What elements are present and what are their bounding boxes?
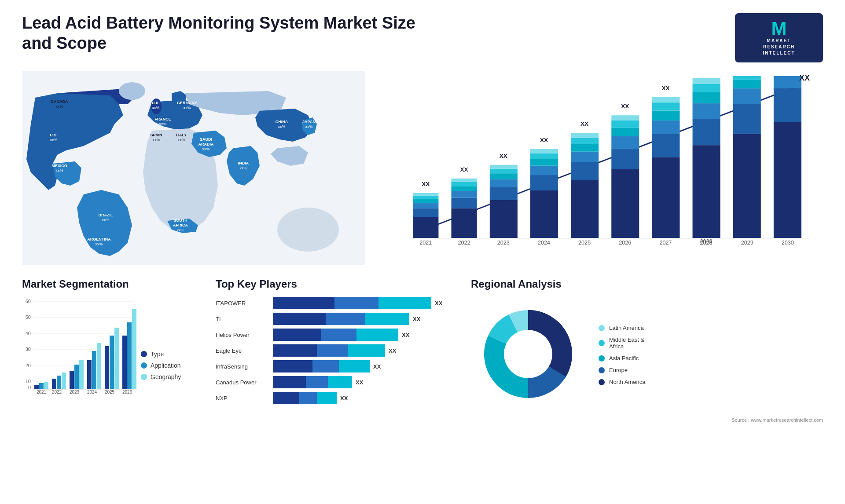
svg-text:CHINA: CHINA [276, 120, 288, 124]
player-row: TI XX [216, 313, 462, 325]
svg-rect-109 [774, 122, 801, 238]
svg-rect-64 [530, 166, 558, 175]
svg-text:xx%: xx% [239, 166, 247, 170]
svg-rect-133 [52, 379, 56, 389]
svg-text:50: 50 [26, 314, 31, 320]
svg-rect-55 [490, 187, 518, 200]
regional-title: Regional Analysis [471, 278, 823, 290]
svg-text:xx%: xx% [55, 104, 63, 109]
svg-text:xx%: xx% [95, 242, 103, 246]
svg-text:2025: 2025 [105, 390, 115, 394]
svg-rect-66 [530, 153, 558, 159]
svg-rect-107 [733, 76, 761, 80]
svg-text:XX: XX [540, 137, 548, 143]
legend-northamerica: North America [599, 379, 645, 385]
svg-rect-43 [413, 193, 438, 196]
player-name-canadus: Canadus Power [216, 379, 268, 386]
svg-text:60: 60 [26, 299, 31, 304]
svg-rect-103 [733, 134, 761, 238]
svg-rect-41 [413, 199, 438, 203]
legend-apac-label: Asia Pacific [609, 355, 639, 362]
svg-text:SOUTH: SOUTH [173, 218, 187, 223]
header: Lead Acid Battery Monitoring System Mark… [22, 13, 823, 62]
svg-text:MEXICO: MEXICO [51, 164, 67, 168]
svg-text:ITALY: ITALY [176, 133, 187, 137]
svg-rect-88 [652, 121, 680, 134]
svg-text:U.K.: U.K. [152, 101, 160, 105]
svg-text:xx%: xx% [176, 228, 184, 232]
svg-rect-75 [571, 133, 599, 138]
svg-rect-129 [34, 385, 39, 389]
svg-text:2023: 2023 [70, 390, 80, 394]
svg-rect-62 [530, 190, 558, 238]
svg-text:xx%: xx% [183, 106, 191, 110]
regional-legend: Latin America Middle East &Africa Asia P… [599, 325, 645, 385]
svg-rect-48 [452, 191, 477, 198]
svg-rect-145 [105, 346, 109, 389]
svg-rect-81 [611, 128, 639, 136]
svg-text:U.S.: U.S. [50, 133, 58, 137]
svg-rect-58 [490, 168, 518, 173]
page-wrapper: Lead Acid Battery Monitoring System Mark… [0, 0, 845, 504]
svg-text:2023: 2023 [497, 240, 510, 246]
svg-rect-71 [571, 162, 599, 180]
source-text: Source : www.marketresearchintellect.com [471, 417, 823, 423]
svg-text:2026: 2026 [619, 240, 631, 246]
svg-text:2028: 2028 [700, 238, 713, 245]
legend-geography-dot [141, 374, 147, 380]
svg-text:xx%: xx% [102, 218, 109, 222]
svg-text:2022: 2022 [458, 240, 470, 246]
svg-text:BRAZIL: BRAZIL [99, 213, 113, 217]
player-name-helios: Helios Power [216, 332, 268, 338]
svg-text:XX: XX [460, 166, 468, 173]
legend-northamerica-label: North America [609, 379, 645, 385]
svg-rect-150 [127, 322, 132, 389]
svg-rect-73 [571, 144, 599, 151]
svg-text:XX: XX [661, 85, 669, 91]
legend-type: Type [141, 351, 181, 358]
svg-rect-40 [413, 203, 438, 208]
svg-rect-104 [733, 104, 761, 134]
svg-text:2024: 2024 [538, 240, 550, 246]
svg-text:xx%: xx% [159, 122, 166, 126]
legend-mea: Middle East &Africa [599, 336, 645, 350]
svg-rect-82 [611, 121, 639, 128]
svg-text:xx%: xx% [278, 124, 285, 129]
growth-chart: XX 2021 XX 2022 XX 2023 [378, 71, 823, 265]
logo-letter: M [772, 19, 787, 38]
svg-rect-74 [571, 138, 599, 144]
svg-text:JAPAN: JAPAN [302, 120, 316, 124]
svg-rect-78 [611, 169, 639, 238]
svg-rect-87 [652, 134, 680, 157]
svg-text:2027: 2027 [659, 240, 672, 246]
regional-content: Latin America Middle East &Africa Asia P… [471, 297, 823, 413]
player-bar-ti: XX [273, 313, 462, 325]
svg-text:xx%: xx% [152, 106, 159, 110]
player-row: NXP XX [216, 392, 462, 404]
player-row: Eagle Eye XX [216, 344, 462, 357]
svg-rect-146 [110, 336, 114, 389]
svg-rect-110 [774, 88, 801, 122]
svg-text:2026: 2026 [122, 390, 132, 394]
player-name-nxp: NXP [216, 395, 268, 402]
svg-rect-51 [452, 179, 477, 182]
svg-point-1 [119, 82, 145, 100]
bottom-section: Market Segmentation 60 50 40 30 20 10 0 [22, 278, 823, 423]
svg-rect-89 [652, 111, 680, 121]
legend-type-dot [141, 351, 147, 357]
svg-text:2021: 2021 [419, 240, 432, 246]
svg-rect-135 [62, 373, 66, 389]
svg-rect-72 [571, 152, 599, 162]
svg-text:ARABIA: ARABIA [198, 142, 214, 146]
svg-text:2021: 2021 [37, 390, 47, 394]
svg-rect-63 [530, 175, 558, 190]
svg-rect-143 [97, 343, 101, 389]
svg-rect-91 [652, 97, 680, 103]
svg-rect-49 [452, 186, 477, 191]
svg-rect-56 [490, 179, 518, 187]
seg-bar-chart: 60 50 40 30 20 10 0 [22, 297, 136, 394]
donut-chart [471, 297, 585, 413]
svg-point-3 [277, 208, 339, 252]
svg-text:AFRICA: AFRICA [173, 223, 188, 227]
players-section: Top Key Players ITAPOWER XX TI [216, 278, 462, 423]
